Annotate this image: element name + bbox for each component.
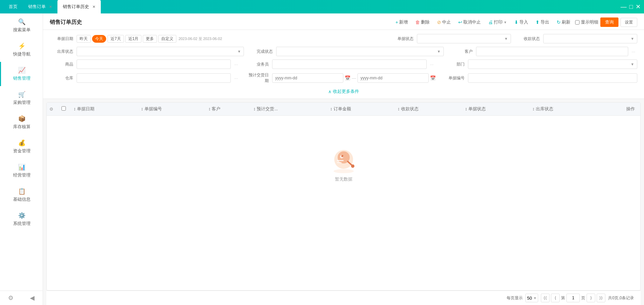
date-btn-more[interactable]: 更多	[143, 35, 157, 43]
refresh-label: 刷新	[562, 19, 570, 25]
export-icon: ⬆	[535, 20, 540, 25]
table-settings-icon[interactable]: ⚙	[49, 107, 53, 112]
receipt-status-select[interactable]: ▼	[543, 34, 637, 43]
refresh-button[interactable]: ↻ 刷新	[554, 18, 573, 27]
completion-status-select[interactable]: ▼	[276, 47, 443, 56]
tab-sales-order-history[interactable]: 销售订单历史 ✕	[57, 0, 101, 13]
sidebar-item-operations[interactable]: 📊 经营管理	[0, 159, 43, 183]
tab-sales-order-close[interactable]: ✕	[49, 5, 52, 9]
display-toggle-checkbox[interactable]	[575, 20, 579, 25]
date-btn-custom[interactable]: 自定义	[158, 35, 176, 43]
sidebar-item-basic-info[interactable]: 📋 基础信息	[0, 183, 43, 207]
department-select[interactable]: ▼	[468, 60, 637, 69]
top-bar-actions: — □ ✕	[620, 3, 641, 10]
setting-button[interactable]: 设置	[620, 18, 637, 27]
svg-point-0	[334, 169, 354, 173]
customer-select[interactable]	[476, 47, 628, 56]
sidebar-item-system[interactable]: ⚙️ 系统管理	[0, 207, 43, 231]
page-header: 销售订单历史 + 新增 🗑 删除 ⊘ 中止 ↩ 取消中止	[43, 13, 644, 30]
th-action-label: 操作	[626, 106, 635, 111]
cancel-stop-label: 取消中止	[463, 19, 481, 25]
date-btn-today[interactable]: 今天	[92, 35, 106, 43]
th-order-status: ↕ 单据状态	[462, 103, 530, 116]
sidebar-item-purchase-mgmt[interactable]: 🛒 采购管理	[0, 86, 43, 110]
new-label: 新增	[399, 19, 408, 25]
top-bar-maximize[interactable]: □	[629, 3, 633, 10]
sidebar-item-inventory[interactable]: 📦 库存核算	[0, 110, 43, 135]
delivery-date-end[interactable]	[357, 73, 429, 83]
data-table: ⚙ ↕ 单据日期 ↕ 单据编号 ↕ 客户	[47, 103, 640, 209]
sidebar-item-sales-mgmt[interactable]: 📈 销售管理	[0, 62, 43, 86]
order-status-select[interactable]: ▼	[417, 34, 511, 43]
sidebar-item-finance[interactable]: 💰 资金管理	[0, 135, 43, 159]
tab-sales-order-history-close[interactable]: ✕	[92, 5, 95, 9]
import-button[interactable]: ⬇ 导入	[512, 18, 531, 27]
date-btn-7days[interactable]: 近7天	[108, 35, 124, 43]
order-status-chevron: ▼	[504, 37, 508, 41]
th-customer-label: ↕ 客户	[208, 106, 220, 111]
display-toggle[interactable]: 显示明细	[575, 19, 598, 25]
sidebar-item-system-label: 系统管理	[13, 221, 31, 227]
delete-button[interactable]: 🗑 删除	[413, 18, 432, 27]
th-customer: ↕ 客户	[206, 103, 251, 116]
warehouse-select[interactable]	[77, 73, 231, 83]
top-bar: 首页 销售订单 ✕ 销售订单历史 ✕ — □ ✕	[0, 0, 644, 13]
th-amount: ↕ 订单金额	[328, 103, 395, 116]
new-button[interactable]: + 新增	[393, 18, 411, 27]
sidebar-settings-icon[interactable]: ⚙	[8, 294, 13, 302]
tab-home[interactable]: 首页	[3, 0, 23, 13]
print-button[interactable]: 🖨 打印 ▼	[485, 18, 510, 27]
cancel-stop-icon: ↩	[458, 20, 462, 25]
warehouse-more-icon[interactable]: ···	[232, 76, 240, 81]
purchase-mgmt-icon: 🛒	[18, 91, 26, 98]
query-button[interactable]: 查询	[600, 17, 618, 27]
export-button[interactable]: ⬆ 导出	[533, 18, 552, 27]
last-page-btn[interactable]: ⟩⟩	[597, 294, 605, 302]
th-amount-label: ↕ 订单金额	[330, 106, 351, 111]
outbound-status-select[interactable]: ▼	[77, 47, 244, 56]
delivery-date-end-calendar-icon[interactable]: 📅	[430, 75, 436, 81]
th-receipt-status-label: ↕ 收款状态	[397, 106, 418, 111]
salesman-more-icon[interactable]: ···	[428, 62, 436, 67]
chevron-up-icon: ∧	[328, 89, 332, 94]
collapse-bar[interactable]: ∧ 收起更多条件	[50, 87, 637, 94]
print-icon: 🖨	[488, 20, 493, 25]
page-input[interactable]	[566, 294, 580, 302]
sidebar-item-search-menu[interactable]: 🔍 搜索菜单	[0, 13, 43, 38]
delivery-date-start-calendar-icon[interactable]: 📅	[345, 75, 350, 81]
next-page-btn[interactable]: ⟩	[587, 294, 595, 302]
date-btn-yesterday[interactable]: 昨天	[77, 35, 91, 43]
table-area: ⚙ ↕ 单据日期 ↕ 单据编号 ↕ 客户	[46, 102, 641, 291]
finance-icon: 💰	[18, 139, 26, 147]
sidebar-item-quick-nav[interactable]: ⚡ 快捷导航	[0, 38, 43, 62]
cancel-stop-button[interactable]: ↩ 取消中止	[456, 18, 483, 27]
delete-icon: 🗑	[415, 20, 420, 25]
first-page-btn[interactable]: ⟨⟨	[541, 294, 550, 302]
delivery-date-start[interactable]	[272, 73, 343, 83]
select-all-checkbox[interactable]	[61, 106, 66, 111]
prev-page-btn[interactable]: ⟨	[551, 294, 560, 302]
tab-home-label: 首页	[9, 4, 17, 10]
product-control: ···	[77, 60, 240, 69]
tab-sales-order[interactable]: 销售订单 ✕	[23, 0, 57, 13]
stop-button[interactable]: ⊘ 中止	[434, 18, 454, 27]
top-bar-close[interactable]: ✕	[636, 3, 641, 10]
product-select[interactable]	[77, 60, 231, 69]
department-chevron: ▼	[631, 62, 634, 66]
salesman-select[interactable]	[272, 60, 426, 69]
sidebar-item-operations-label: 经营管理	[13, 172, 31, 178]
order-no-input[interactable]	[468, 73, 637, 83]
operations-icon: 📊	[18, 163, 26, 171]
product-more-icon[interactable]: ···	[232, 62, 240, 67]
page-unit: 页	[581, 295, 585, 301]
th-delivery-date: ↕ 预计交货...	[251, 103, 328, 116]
sidebar-collapse-icon[interactable]: ◀	[30, 294, 35, 302]
empty-row: 暂无数据	[47, 116, 640, 209]
top-bar-minimize[interactable]: —	[620, 3, 627, 10]
customer-more-icon[interactable]: ···	[630, 49, 637, 54]
inventory-icon: 📦	[18, 115, 26, 122]
th-outbound-status-label: ↕ 出库状态	[532, 106, 553, 111]
per-page-select[interactable]: 50 ▼	[525, 294, 538, 302]
date-btn-1month[interactable]: 近1月	[125, 35, 142, 43]
customer-control: ···	[476, 47, 637, 56]
